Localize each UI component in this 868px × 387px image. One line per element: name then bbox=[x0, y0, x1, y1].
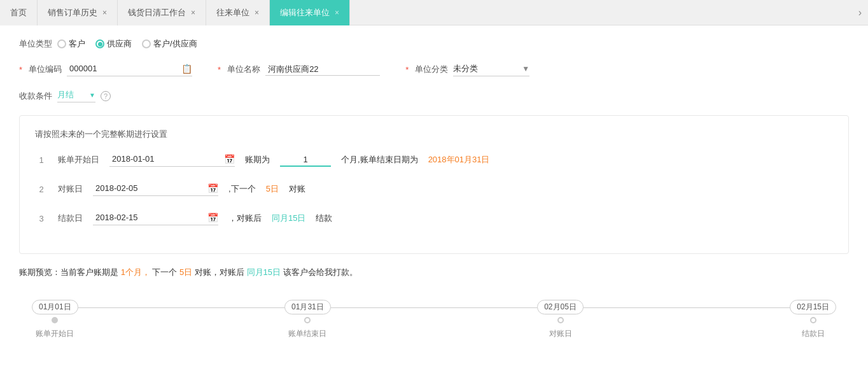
radio-both[interactable]: 客户/供应商 bbox=[142, 38, 197, 50]
tab-cash-daily-close[interactable]: × bbox=[191, 8, 195, 17]
row-num-2: 2 bbox=[35, 185, 48, 194]
radio-both-circle bbox=[142, 39, 151, 48]
tab-edit-partner-close[interactable]: × bbox=[335, 8, 339, 17]
payment-condition-help[interactable]: ? bbox=[101, 91, 111, 101]
recon-date-input-wrapper: 📅 bbox=[93, 182, 218, 196]
config-row-1: 1 账单开始日 📅 账期为 个月,账单结束日期为 2018年01月31日 bbox=[35, 153, 833, 167]
tab-partner-close[interactable]: × bbox=[255, 8, 259, 17]
tab-sales-history-close[interactable]: × bbox=[102, 8, 107, 17]
radio-both-label: 客户/供应商 bbox=[153, 38, 197, 50]
row-num-3: 3 bbox=[35, 214, 48, 223]
preview-suffix: 该客户会给我打款。 bbox=[283, 267, 358, 277]
recon-date-calendar-icon[interactable]: 📅 bbox=[207, 183, 218, 194]
row-1-suffix-after: 个月,账单结束日期为 bbox=[341, 154, 418, 165]
unit-category-arrow: ▼ bbox=[522, 64, 529, 73]
timeline-points: 01月01日 账单开始日 01月31日 账单结束日 02月05日 对账日 02月… bbox=[32, 300, 836, 339]
radio-supplier-circle bbox=[95, 39, 104, 48]
unit-category-label: 单位分类 bbox=[415, 64, 448, 75]
payment-condition-dropdown[interactable]: 月结 ▼ bbox=[57, 89, 95, 102]
timeline-date-1: 01月31日 bbox=[284, 300, 331, 314]
row-1-end-date: 2018年01月31日 bbox=[428, 154, 490, 165]
preview-highlight1: 1个月， bbox=[121, 267, 150, 277]
unit-type-row: 单位类型 客户 供应商 客户/供应商 bbox=[19, 38, 849, 50]
unit-code-star: * bbox=[19, 65, 22, 74]
unit-name-star: * bbox=[218, 65, 221, 74]
unit-category-group: * 单位分类 未分类 ▼ bbox=[405, 63, 529, 76]
start-date-input-wrapper: 📅 bbox=[109, 153, 235, 167]
timeline: 01月01日 账单开始日 01月31日 账单结束日 02月05日 对账日 02月… bbox=[19, 293, 849, 339]
tab-edit-partner-label: 编辑往来单位 bbox=[280, 7, 330, 18]
row-2-suffix-b: 对账 bbox=[289, 183, 305, 195]
preview-prefix: 账期预览：当前客户账期是 bbox=[19, 267, 118, 277]
row-2-label: 对账日 bbox=[58, 183, 83, 195]
payment-condition-group: 收款条件 月结 ▼ ? bbox=[19, 89, 111, 102]
unit-info-row: * 单位编码 📋 * 单位名称 * 单位分类 未分类 ▼ bbox=[19, 62, 849, 76]
main-content: 单位类型 客户 供应商 客户/供应商 * 单位编码 bbox=[0, 25, 868, 387]
payment-condition-arrow: ▼ bbox=[89, 92, 95, 99]
unit-code-input-wrapper: 📋 bbox=[67, 62, 192, 76]
unit-category-dropdown[interactable]: 未分类 ▼ bbox=[453, 63, 529, 76]
row-2-suffix-a: ,下一个 bbox=[228, 183, 256, 195]
start-date-input[interactable] bbox=[109, 153, 221, 165]
radio-customer[interactable]: 客户 bbox=[57, 38, 85, 50]
preview-middle: 下一个 bbox=[152, 267, 177, 277]
unit-category-value: 未分类 bbox=[453, 63, 519, 74]
row-2-highlight-a: 5日 bbox=[266, 183, 279, 195]
tabs-scroll-right[interactable]: › bbox=[852, 7, 868, 18]
tab-cash-daily[interactable]: 钱货日清工作台 × bbox=[118, 0, 206, 25]
row-3-label: 结款日 bbox=[58, 213, 83, 224]
timeline-dot-1 bbox=[304, 317, 311, 323]
month-input[interactable] bbox=[280, 153, 331, 167]
tab-edit-partner[interactable]: 编辑往来单位 × bbox=[270, 0, 350, 25]
payment-condition-row: 收款条件 月结 ▼ ? bbox=[19, 89, 849, 102]
preview-highlight2: 5日 bbox=[179, 267, 192, 277]
tab-partner[interactable]: 往来单位 × bbox=[206, 0, 270, 25]
radio-supplier[interactable]: 供应商 bbox=[95, 38, 132, 50]
unit-code-copy-icon[interactable]: 📋 bbox=[181, 64, 192, 74]
row-3-suffix-c: 结款 bbox=[316, 213, 332, 224]
row-1-suffix-before: 账期为 bbox=[245, 154, 270, 165]
row-1-label: 账单开始日 bbox=[58, 154, 99, 165]
row-3-suffix-a: ，对账后 bbox=[228, 213, 262, 224]
unit-name-input[interactable] bbox=[265, 63, 380, 76]
tab-partner-label: 往来单位 bbox=[216, 7, 249, 18]
unit-name-group: * 单位名称 bbox=[218, 63, 380, 76]
unit-type-label: 单位类型 bbox=[19, 38, 52, 50]
timeline-point-1: 01月31日 账单结束日 bbox=[284, 300, 331, 339]
recon-date-input[interactable] bbox=[93, 182, 205, 194]
payment-condition-label: 收款条件 bbox=[19, 90, 52, 102]
unit-category-star: * bbox=[405, 65, 409, 74]
row-3-highlight-b: 同月15日 bbox=[272, 213, 305, 224]
tab-sales-history-label: 销售订单历史 bbox=[48, 7, 97, 18]
start-date-calendar-icon[interactable]: 📅 bbox=[224, 154, 235, 164]
timeline-dot-2 bbox=[557, 317, 564, 323]
preview-middle2: 对账，对账后 bbox=[195, 267, 244, 277]
unit-type-group: 单位类型 客户 供应商 客户/供应商 bbox=[19, 38, 197, 50]
payment-date-calendar-icon[interactable]: 📅 bbox=[207, 213, 218, 223]
tab-home[interactable]: 首页 bbox=[0, 0, 38, 25]
unit-code-input[interactable] bbox=[67, 62, 179, 74]
card-title: 请按照未来的一个完整帐期进行设置 bbox=[35, 129, 833, 140]
timeline-date-2: 02月05日 bbox=[537, 300, 584, 314]
unit-code-label: 单位编码 bbox=[29, 64, 62, 75]
radio-group: 客户 供应商 客户/供应商 bbox=[57, 38, 197, 50]
timeline-dot-0 bbox=[52, 317, 58, 323]
config-row-3: 3 结款日 📅 ，对账后 同月15日 结款 bbox=[35, 211, 833, 225]
unit-code-group: * 单位编码 📋 bbox=[19, 62, 192, 76]
timeline-dot-3 bbox=[810, 317, 816, 323]
radio-supplier-label: 供应商 bbox=[107, 38, 132, 50]
tab-sales-history[interactable]: 销售订单历史 × bbox=[38, 0, 118, 25]
timeline-label-1: 账单结束日 bbox=[288, 328, 326, 339]
timeline-label-2: 对账日 bbox=[549, 328, 572, 339]
timeline-point-3: 02月15日 结款日 bbox=[790, 300, 836, 339]
timeline-date-0: 01月01日 bbox=[32, 300, 78, 314]
timeline-point-2: 02月05日 对账日 bbox=[537, 300, 584, 339]
unit-name-label: 单位名称 bbox=[227, 64, 260, 75]
radio-customer-circle bbox=[57, 39, 66, 48]
radio-customer-label: 客户 bbox=[69, 38, 85, 50]
preview-section: 账期预览：当前客户账期是 1个月， 下一个 5日 对账，对账后 同月15日 该客… bbox=[19, 267, 849, 278]
timeline-date-3: 02月15日 bbox=[790, 300, 836, 314]
payment-date-input[interactable] bbox=[93, 211, 205, 223]
timeline-point-0: 01月01日 账单开始日 bbox=[32, 300, 78, 339]
config-row-2: 2 对账日 📅 ,下一个 5日 对账 bbox=[35, 182, 833, 196]
